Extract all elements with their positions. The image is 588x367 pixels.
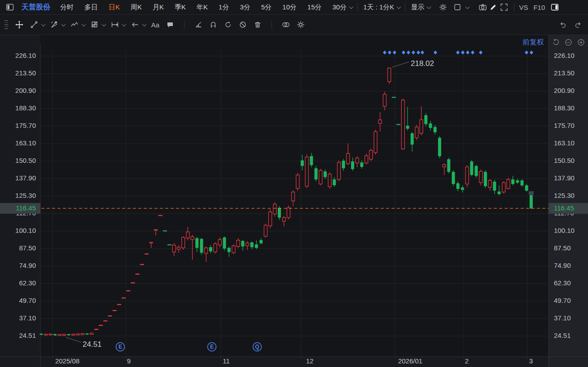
angle-tool-icon[interactable] (193, 19, 204, 30)
svg-text:100.10: 100.10 (554, 227, 575, 234)
svg-text:175.70: 175.70 (554, 122, 575, 129)
svg-text:163.10: 163.10 (554, 139, 575, 147)
svg-text:200.90: 200.90 (15, 87, 36, 94)
trend-line-icon (29, 19, 39, 30)
svg-text:24.51: 24.51 (19, 332, 36, 339)
divider (184, 21, 184, 29)
trend-line-tool[interactable] (29, 19, 45, 30)
fullscreen-expand-icon[interactable] (499, 2, 509, 13)
draw-pencil-icon[interactable] (488, 2, 499, 13)
chevron-down-icon (41, 22, 46, 26)
svg-text:37.10: 37.10 (554, 314, 571, 322)
chevron-down-icon (349, 4, 354, 9)
chevron-down-icon (427, 4, 431, 9)
redo-icon[interactable] (573, 19, 584, 30)
svg-text:226.10: 226.10 (554, 52, 575, 59)
adjust-mode-toggle[interactable]: 前复权 (522, 38, 544, 47)
gann-box-icon (89, 19, 100, 30)
magnet-tool-icon[interactable] (208, 19, 219, 30)
gann-tool[interactable] (89, 19, 105, 30)
tab-3分[interactable]: 3分 (240, 3, 250, 12)
cursor-move-tool-icon[interactable] (14, 19, 25, 30)
tab-季K[interactable]: 季K (175, 3, 186, 12)
svg-text:2: 2 (465, 357, 469, 365)
svg-text:87.50: 87.50 (554, 244, 571, 252)
text-tool-icon[interactable]: Aa (150, 19, 161, 30)
svg-text:74.90: 74.90 (554, 262, 571, 269)
delete-trash-icon[interactable] (252, 19, 263, 30)
svg-text:150.50: 150.50 (554, 157, 575, 164)
svg-text:Q: Q (255, 344, 259, 350)
tab-1分[interactable]: 1分 (219, 3, 229, 12)
tab-日K[interactable]: 日K (109, 3, 120, 12)
panel-left-icon[interactable] (4, 2, 15, 13)
svg-text:62.30: 62.30 (19, 279, 36, 287)
elliott-wave-icon (69, 19, 80, 30)
arrow-left-icon (130, 19, 140, 30)
svg-text:218.02: 218.02 (411, 59, 434, 68)
chevron-down-icon (122, 22, 127, 26)
layout-selector[interactable] (452, 2, 469, 13)
svg-text:137.90: 137.90 (15, 174, 36, 182)
svg-text:150.50: 150.50 (15, 157, 36, 164)
svg-text:74.90: 74.90 (19, 262, 36, 269)
svg-text:137.90: 137.90 (554, 174, 575, 182)
undo-icon[interactable] (557, 19, 568, 30)
pitchfork-tool[interactable] (49, 19, 65, 30)
tab-15分[interactable]: 15分 (307, 3, 322, 12)
svg-text:175.70: 175.70 (15, 122, 36, 129)
svg-text:24.51: 24.51 (83, 340, 102, 349)
tab-周K[interactable]: 周K (131, 3, 142, 12)
symbol-title[interactable]: 天普股份 (22, 3, 50, 12)
svg-text:163.10: 163.10 (15, 139, 36, 147)
svg-text:49.70: 49.70 (19, 297, 36, 304)
chevron-down-icon (61, 22, 66, 26)
drag-handle-icon[interactable] (4, 20, 8, 29)
reset-zoom-icon[interactable] (551, 38, 560, 47)
comment-bubble-icon[interactable] (165, 19, 176, 30)
svg-text:188.30: 188.30 (15, 104, 36, 112)
screenshot-camera-icon[interactable] (477, 2, 488, 13)
tab-10分[interactable]: 10分 (282, 3, 297, 12)
svg-text:87.50: 87.50 (19, 244, 36, 252)
tab-5分[interactable]: 5分 (261, 3, 272, 12)
svg-text:37.10: 37.10 (19, 314, 36, 322)
top-toolbar: 天普股份 分时多日日K周K月K季K年K1分3分5分10分15分30分 1天 : … (0, 0, 588, 15)
tab-多日[interactable]: 多日 (84, 3, 98, 12)
tab-分时[interactable]: 分时 (60, 3, 74, 12)
panel-right-icon[interactable] (549, 2, 560, 13)
candlestick-chart[interactable]: EEQ218.0224.51226.10226.10213.50213.5020… (0, 0, 588, 367)
svg-text:188.30: 188.30 (554, 104, 575, 112)
svg-text:3: 3 (529, 357, 533, 365)
zoom-controls (551, 38, 585, 47)
divider (514, 3, 514, 11)
hide-drawings-icon[interactable] (237, 19, 248, 30)
svg-text:2026/01: 2026/01 (398, 357, 422, 365)
wave-tool[interactable] (69, 19, 85, 30)
f10-info-button[interactable]: F10 (533, 4, 545, 11)
divider (272, 21, 272, 29)
replay-cycle-icon[interactable] (223, 19, 233, 30)
display-label: 显示 (411, 3, 424, 12)
svg-text:2025/08: 2025/08 (55, 357, 79, 365)
zoom-in-icon[interactable] (576, 38, 585, 47)
tab-年K[interactable]: 年K (197, 3, 208, 12)
svg-text:12: 12 (306, 357, 314, 365)
interval-selector[interactable]: 1天 : 1分K (363, 3, 400, 12)
tab-30分[interactable]: 30分 (332, 3, 353, 12)
svg-text:9: 9 (127, 357, 131, 365)
svg-text:213.50: 213.50 (15, 69, 36, 77)
zoom-out-icon[interactable] (564, 38, 573, 47)
vs-compare-button[interactable]: VS (519, 4, 528, 11)
arrow-tool[interactable] (130, 19, 146, 30)
compare-overlay-icon[interactable] (281, 19, 291, 30)
svg-text:11: 11 (223, 357, 230, 365)
display-menu[interactable]: 显示 (411, 3, 430, 12)
chevron-down-icon (465, 4, 470, 9)
tab-月K[interactable]: 月K (153, 3, 164, 12)
toolbar-settings-gear-icon[interactable] (295, 19, 306, 30)
measure-tool[interactable] (110, 19, 126, 30)
svg-text:116.45: 116.45 (554, 204, 574, 212)
chevron-down-icon (397, 4, 401, 9)
settings-gear-icon[interactable] (438, 2, 448, 13)
